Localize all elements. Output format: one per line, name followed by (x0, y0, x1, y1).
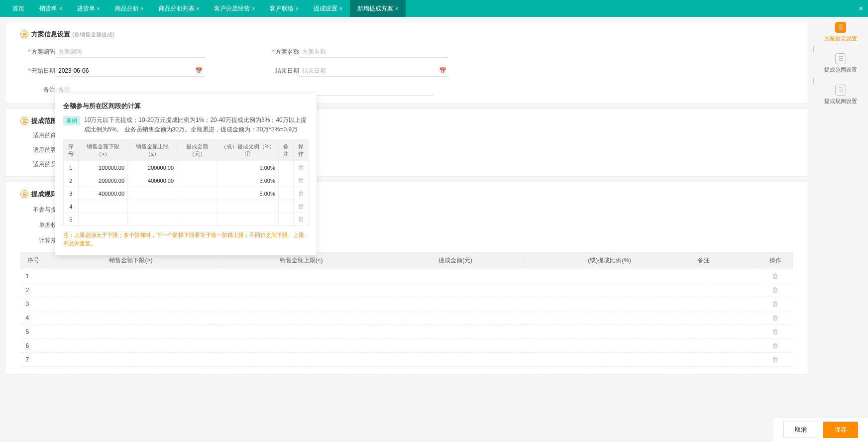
table-row[interactable]: 6🗑 (21, 339, 793, 353)
end-date-label: 结束日期 (264, 67, 299, 75)
tab-close-icon[interactable]: × (141, 6, 144, 11)
panel1-subtitle: (按销售金额提成) (72, 31, 114, 38)
delete-row-icon[interactable]: 🗑 (772, 342, 778, 349)
panel-plan-info: ☰ 方案信息设置 (按销售金额提成) *方案编码 *方案名称 *开始日期 (5, 22, 808, 104)
anchor-icon: ☰ (835, 85, 846, 96)
panel1-title: 方案信息设置 (31, 30, 70, 39)
table-row[interactable]: 3🗑 (21, 297, 793, 311)
plan-name-input[interactable] (299, 46, 448, 58)
tab-close-icon[interactable]: × (59, 6, 62, 11)
delete-row-icon[interactable]: 🗑 (772, 356, 778, 363)
start-date-input[interactable] (55, 65, 205, 77)
table-row[interactable]: 5🗑 (21, 325, 793, 339)
rules-table: 序号销售金额下限(>)销售金额上限(≤)提成金额(元)(或)提成比例(%)备注操… (20, 252, 793, 367)
tab-1[interactable]: 销货单× (32, 0, 70, 17)
tab-close-icon[interactable]: × (339, 6, 342, 11)
delete-row-icon[interactable]: 🗑 (772, 314, 778, 322)
delete-row-icon[interactable]: 🗑 (772, 272, 778, 280)
panel-icon: ☰ (20, 190, 28, 198)
right-anchor-nav: ☰ 方案信息设置 ☰ 提成范围设置 ☰ 提成规则设置 (813, 17, 868, 385)
name-label: *方案名称 (264, 48, 299, 56)
tab-2[interactable]: 进货单× (70, 0, 108, 17)
delete-row-icon[interactable]: 🗑 (298, 164, 304, 171)
end-date-input[interactable] (299, 65, 448, 77)
delete-row-icon[interactable]: 🗑 (298, 177, 304, 184)
table-row[interactable]: 4🗑 (21, 311, 793, 325)
delete-row-icon[interactable]: 🗑 (772, 328, 778, 335)
tab-8[interactable]: 新增提成方案× (350, 0, 406, 17)
calendar-icon[interactable]: 📅 (439, 67, 446, 74)
top-tabs: 首页销货单×进货单×商品分析×商品分析列表×客户分层经营×客户联络×提成设置×新… (0, 0, 868, 17)
delete-row-icon[interactable]: 🗑 (298, 190, 304, 197)
tab-close-icon[interactable]: × (252, 6, 255, 11)
tab-3[interactable]: 商品分析× (108, 0, 151, 17)
anchor-icon: ☰ (835, 53, 846, 64)
tab-0[interactable]: 首页 (5, 0, 32, 17)
tooltip-example: 全额参与所在区间段的计算 案例 10万元以下无提成；10-20万元提成比例为1%… (55, 94, 317, 255)
delete-row-icon[interactable]: 🗑 (298, 216, 304, 223)
table-row[interactable]: 7🗑 (21, 353, 793, 367)
tab-close-icon[interactable]: × (395, 6, 398, 11)
delete-row-icon[interactable]: 🗑 (772, 286, 778, 294)
close-all-tabs-icon[interactable]: × (859, 4, 863, 12)
tab-close-icon[interactable]: × (197, 6, 200, 11)
tooltip-example-text: 10万元以下无提成；10-20万元提成比例为1%；20-40万提成比例为3%；4… (84, 115, 309, 134)
tab-7[interactable]: 提成设置× (306, 0, 350, 17)
anchor-step-3[interactable]: ☰ 提成规则设置 (813, 85, 868, 105)
tab-6[interactable]: 客户联络× (262, 0, 306, 17)
start-date-label: *开始日期 (20, 67, 55, 75)
panel-commission-rules: ☰ 提成规则 不参与提成 单据收款 计算规则 固定比例 区间超额提 区间全额提i… (5, 182, 808, 375)
tab-close-icon[interactable]: × (97, 6, 100, 11)
tab-close-icon[interactable]: × (296, 6, 299, 11)
delete-row-icon[interactable]: 🗑 (298, 203, 304, 210)
tooltip-note: 注：上限必须大于下限；多个阶梯时，下一个阶梯下限要等于前一阶梯上限；不同行之间下… (63, 231, 309, 247)
table-row[interactable]: 2🗑 (21, 283, 793, 297)
tab-5[interactable]: 客户分层经营× (207, 0, 262, 17)
anchor-icon: ☰ (835, 22, 846, 33)
plan-code-input[interactable] (55, 46, 205, 58)
panel-icon: ☰ (20, 30, 28, 38)
anchor-step-2[interactable]: ☰ 提成范围设置 (813, 53, 868, 74)
tooltip-title: 全额参与所在区间段的计算 (63, 102, 309, 110)
tab-4[interactable]: 商品分析列表× (151, 0, 207, 17)
table-row[interactable]: 1🗑 (21, 269, 793, 283)
panel-plan-info-title: ☰ 方案信息设置 (按销售金额提成) (20, 30, 793, 39)
calendar-icon[interactable]: 📅 (195, 67, 203, 74)
delete-row-icon[interactable]: 🗑 (772, 300, 778, 308)
panel-icon: ☰ (20, 117, 28, 125)
tag-example: 案例 (63, 116, 80, 125)
code-label: *方案编码 (20, 48, 55, 56)
anchor-step-1[interactable]: ☰ 方案信息设置 (813, 22, 868, 42)
tooltip-table: 序号销售金额下限（>）销售金额上限（≤）提成金额（元）（或）提成比例（%） ⓘ备… (63, 139, 309, 226)
remark-label: 备注 (20, 86, 55, 94)
